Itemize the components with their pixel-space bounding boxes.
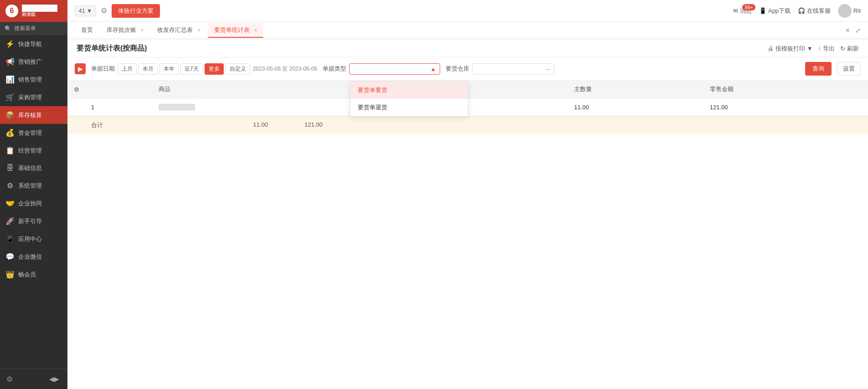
print-label: 按模板打印 <box>776 45 805 53</box>
sidebar-item-enterprise[interactable]: 🤝 企业协同 <box>0 194 67 212</box>
settings-icon[interactable]: ⚙ <box>6 375 13 384</box>
btn-year[interactable]: 本年 <box>159 63 179 75</box>
tab-close-all-btn[interactable]: × <box>846 26 850 35</box>
main-area: 41 ▼ ⚙ 体验行业方案 ✉ 消息 99+ 📱 App下载 🎧 在线客服 R <box>67 0 868 389</box>
filter-expand-btn[interactable]: ▶ <box>75 63 86 74</box>
app-download-btn[interactable]: 📱 App下载 <box>759 7 791 15</box>
messages-btn[interactable]: ✉ 消息 99+ <box>733 7 752 15</box>
app-version: 标准版 <box>22 12 57 17</box>
tab-summary[interactable]: 收发存汇总表 × <box>151 23 206 38</box>
service-icon: 🎧 <box>798 7 805 14</box>
company-value: 41 <box>79 8 85 14</box>
online-service-btn[interactable]: 🎧 在线客服 <box>798 7 831 15</box>
sidebar-item-basics[interactable]: 🗄 基础信息 <box>0 159 67 177</box>
sales-icon: 📊 <box>5 75 15 84</box>
tab-home[interactable]: 首页 <box>75 23 99 38</box>
user-menu[interactable]: Rit <box>838 4 861 18</box>
sidebar-label: 企业微信 <box>18 253 42 261</box>
industry-btn[interactable]: 体验行业方案 <box>112 4 160 18</box>
sidebar-label: 快捷导航 <box>18 40 42 48</box>
date-quick-btns: 上月 本月 本年 近7天 更多 自定义 <box>118 63 250 75</box>
export-icon: ↑ <box>818 45 822 52</box>
type-label: 单据类型 <box>323 65 346 73</box>
messages-badge: 99+ <box>742 4 755 10</box>
more-filters-icon[interactable]: ··· <box>545 66 550 72</box>
tab-label: 要货单统计表 <box>214 26 250 34</box>
footer-quantity: 11.00 <box>219 121 273 129</box>
sidebar-label: 企业协同 <box>18 200 42 208</box>
sidebar-item-finance[interactable]: 💰 资金管理 <box>0 124 67 142</box>
print-btn[interactable]: 🖨 按模板打印 ▼ <box>768 45 813 53</box>
settings-btn[interactable]: 设置 <box>837 62 861 76</box>
tab-close-summary[interactable]: × <box>197 27 200 33</box>
table-footer: 合计 11.00 121.00 <box>67 116 868 134</box>
messages-icon: ✉ <box>733 7 738 14</box>
sidebar-item-sales[interactable]: 📊 销售管理 <box>0 71 67 88</box>
sidebar-item-vip[interactable]: 👑 畅会员 <box>0 266 67 283</box>
th-row-num <box>86 81 153 98</box>
sidebar-label: 应用中心 <box>18 235 42 243</box>
export-btn[interactable]: ↑ 导出 <box>818 45 835 53</box>
query-btn[interactable]: 查询 <box>805 62 832 76</box>
sidebar-label: 新手引导 <box>18 217 42 225</box>
warehouse-select[interactable]: ··· <box>472 63 554 75</box>
tabbar: 首页 库存批次账 × 收发存汇总表 × 要货单统计表 × × ⤢ <box>67 22 868 39</box>
system-icon: ⚙ <box>5 181 15 190</box>
export-label: 导出 <box>823 45 835 53</box>
avatar <box>838 4 852 18</box>
appstore-icon: 📱 <box>5 235 15 243</box>
sidebar-label: 资金管理 <box>18 129 42 137</box>
th-settings[interactable]: ⚙ <box>67 81 86 98</box>
topbar-gear-icon[interactable]: ⚙ <box>101 6 107 15</box>
sidebar-item-inventory[interactable]: 📦 库存核算 <box>0 106 67 124</box>
tab-close-batch[interactable]: × <box>141 27 144 33</box>
sidebar-item-shortcuts[interactable]: ⚡ 快捷导航 <box>0 35 67 53</box>
type-input[interactable] <box>353 66 430 72</box>
sidebar-label: 库存核算 <box>18 111 42 119</box>
refresh-icon: ↻ <box>840 45 845 52</box>
type-dropdown: 要货单要货 要货单退货 <box>350 81 468 117</box>
footer-amount: 121.00 <box>273 121 328 129</box>
dropdown-item-requisition-order[interactable]: 要货单要货 <box>350 82 468 99</box>
logo-text: 畅捷通好生意 标准版 <box>22 5 57 17</box>
sidebar-item-operations[interactable]: 📋 经营管理 <box>0 142 67 159</box>
sidebar-item-marketing[interactable]: 📢 营销推广 <box>0 53 67 71</box>
page-title: 要货单统计表(按商品) <box>77 44 147 53</box>
sidebar-collapse-btn[interactable]: ◀▶ <box>47 374 61 384</box>
btn-custom[interactable]: 自定义 <box>226 63 250 75</box>
purchase-icon: 🛒 <box>5 93 15 102</box>
sidebar-label: 经营管理 <box>18 147 42 155</box>
chevron-up-icon[interactable]: ▲ <box>430 66 436 72</box>
finance-icon: 💰 <box>5 128 15 137</box>
tab-batch-account[interactable]: 库存批次账 × <box>100 23 150 38</box>
vip-icon: 👑 <box>5 270 15 279</box>
sidebar-label: 采购管理 <box>18 93 42 102</box>
warehouse-label: 要货仓库 <box>446 65 469 73</box>
btn-more-dates[interactable]: 更多 <box>205 63 224 75</box>
sidebar-item-purchase[interactable]: 🛒 采购管理 <box>0 88 67 106</box>
refresh-label: 刷新 <box>847 45 859 53</box>
tab-close-requisition[interactable]: × <box>254 27 257 33</box>
tab-label: 库存批次账 <box>107 26 136 34</box>
basics-icon: 🗄 <box>5 164 15 172</box>
sidebar-bottom: ⚙ ◀▶ <box>0 369 67 389</box>
sidebar-item-guide[interactable]: 🚀 新手引导 <box>0 212 67 230</box>
dropdown-item-requisition-return[interactable]: 要货单退货 <box>350 99 468 116</box>
type-select-box[interactable]: ▲ <box>349 63 440 75</box>
type-filter-group: 单据类型 ▲ <box>323 63 440 75</box>
sidebar-item-system[interactable]: ⚙ 系统管理 <box>0 177 67 194</box>
sidebar-item-wechat[interactable]: 💬 企业微信 <box>0 248 67 266</box>
btn-week[interactable]: 近7天 <box>180 63 203 75</box>
filter-bar: ▶ 单据日期 上月 本月 本年 近7天 更多 自定义 2023-05-06 至 … <box>67 57 868 81</box>
sidebar-search[interactable]: 🔍 搜索菜单 <box>0 22 67 35</box>
company-selector[interactable]: 41 ▼ <box>75 5 96 16</box>
tab-requisition[interactable]: 要货单统计表 × <box>208 23 263 38</box>
refresh-btn[interactable]: ↻ 刷新 <box>840 45 859 53</box>
tab-restore-btn[interactable]: ⤢ <box>855 27 861 34</box>
search-icon: 🔍 <box>5 26 11 32</box>
sidebar-item-appstore[interactable]: 📱 应用中心 <box>0 230 67 248</box>
btn-prev-month[interactable]: 上月 <box>118 63 137 75</box>
tab-label: 首页 <box>81 26 93 34</box>
page-header: 要货单统计表(按商品) 🖨 按模板打印 ▼ ↑ 导出 ↻ 刷新 <box>67 39 868 57</box>
btn-curr-month[interactable]: 本月 <box>139 63 158 75</box>
